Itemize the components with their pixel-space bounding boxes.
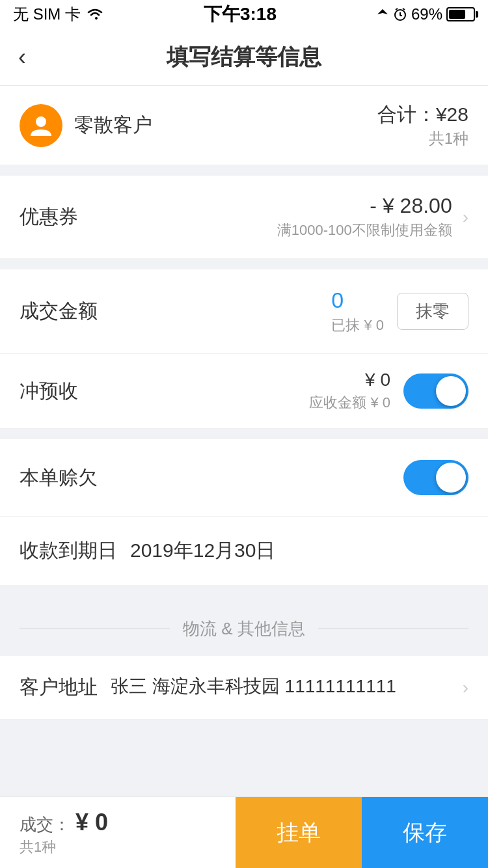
deal-label: 成交金额 (20, 298, 98, 325)
advance-row: 冲预收 ¥ 0 应收金额 ¥ 0 (0, 354, 488, 429)
customer-name: 零散客户 (74, 112, 152, 139)
divider-3 (0, 429, 488, 439)
deal-value: 0 (331, 288, 384, 313)
chevron-right-icon: › (463, 207, 468, 228)
bottom-info: 成交： ¥ 0 共1种 (0, 809, 236, 857)
person-icon (28, 113, 54, 139)
duedate-row[interactable]: 收款到期日 2019年12月30日 (0, 517, 488, 585)
divider-2 (0, 259, 488, 269)
logistics-header: 物流 & 其他信息 (0, 604, 488, 653)
nav-bar: ‹ 填写结算等信息 (0, 29, 488, 86)
status-bar: 无 SIM 卡 下午3:18 69% (0, 0, 488, 29)
advance-amount: ¥ 0 (309, 370, 390, 390)
deal-amount-section: 成交金额 0 已抹 ¥ 0 抹零 (0, 269, 488, 354)
customer-avatar (20, 104, 62, 147)
no-sim-text: 无 SIM 卡 (13, 4, 81, 25)
customer-left: 零散客户 (20, 104, 152, 147)
advance-label: 冲预收 (20, 378, 78, 405)
customer-row: 零散客户 合计：¥28 共1种 (0, 86, 488, 165)
coupon-sub: 满1000-100不限制使用金额 (277, 221, 452, 240)
svg-line-3 (396, 8, 398, 10)
customer-total: 合计：¥28 (377, 102, 468, 128)
address-left: 客户地址 张三 海淀永丰科技园 11111111111 (20, 674, 396, 701)
status-right: 69% (376, 5, 475, 23)
status-time: 下午3:18 (204, 2, 277, 27)
battery-percent: 69% (411, 5, 442, 23)
coupon-amount: - ¥ 28.00 (277, 194, 452, 218)
svg-line-4 (403, 8, 405, 10)
hold-button[interactable]: 挂单 (236, 797, 362, 869)
coupon-row[interactable]: 优惠券 - ¥ 28.00 满1000-100不限制使用金额 › (0, 176, 488, 259)
bottom-deal-label: 成交： (20, 813, 70, 836)
bottom-bar: 成交： ¥ 0 共1种 挂单 保存 (0, 796, 488, 868)
save-button[interactable]: 保存 (362, 797, 488, 869)
round-button[interactable]: 抹零 (397, 293, 468, 330)
logistics-label: 物流 & 其他信息 (183, 617, 305, 640)
customer-right: 合计：¥28 共1种 (377, 102, 468, 149)
divider-4 (0, 585, 488, 604)
status-left: 无 SIM 卡 (13, 4, 104, 25)
advance-sub: 应收金额 ¥ 0 (309, 393, 390, 413)
advance-col: ¥ 0 应收金额 ¥ 0 (309, 370, 390, 413)
location-icon (376, 8, 389, 21)
battery-icon (446, 7, 475, 21)
debt-toggle[interactable] (403, 460, 468, 495)
coupon-right: - ¥ 28.00 满1000-100不限制使用金额 › (277, 194, 468, 240)
advance-right: ¥ 0 应收金额 ¥ 0 (309, 370, 468, 413)
deal-value-col: 0 已抹 ¥ 0 (331, 288, 384, 335)
bottom-count: 共1种 (20, 837, 216, 857)
svg-point-5 (36, 116, 46, 127)
coupon-label: 优惠券 (20, 204, 78, 230)
coupon-info: - ¥ 28.00 满1000-100不限制使用金额 (277, 194, 452, 240)
deal-right: 0 已抹 ¥ 0 抹零 (331, 288, 468, 335)
address-chevron-icon: › (463, 677, 468, 698)
customer-count: 共1种 (377, 128, 468, 149)
deal-sub: 已抹 ¥ 0 (331, 316, 384, 335)
logistics-line-left (20, 629, 170, 629)
duedate-value: 2019年12月30日 (130, 537, 275, 564)
address-row[interactable]: 客户地址 张三 海淀永丰科技园 11111111111 › (0, 656, 488, 720)
advance-toggle[interactable] (403, 373, 468, 409)
divider-1 (0, 165, 488, 176)
content: 零散客户 合计：¥28 共1种 优惠券 - ¥ 28.00 满1000-100不… (0, 86, 488, 798)
back-button[interactable]: ‹ (18, 44, 26, 71)
advance-toggle-knob (436, 376, 466, 406)
bottom-deal-amount: ¥ 0 (75, 809, 108, 836)
deal-row: 成交金额 0 已抹 ¥ 0 抹零 (0, 269, 488, 354)
debt-row: 本单赊欠 (0, 439, 488, 517)
wifi-icon (86, 8, 104, 21)
page-title: 填写结算等信息 (167, 42, 321, 72)
duedate-label: 收款到期日 (20, 537, 117, 564)
logistics-line-right (318, 629, 468, 629)
debt-label: 本单赊欠 (20, 465, 98, 491)
debt-toggle-knob (436, 463, 466, 493)
address-value: 张三 海淀永丰科技园 11111111111 (111, 674, 396, 699)
bottom-deal-row: 成交： ¥ 0 (20, 809, 216, 836)
address-label: 客户地址 (20, 674, 98, 701)
alarm-icon (393, 7, 407, 21)
